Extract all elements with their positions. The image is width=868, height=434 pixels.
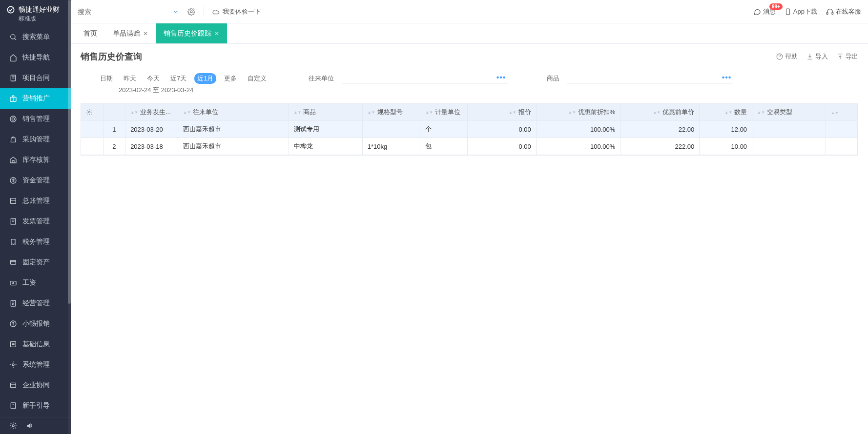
unit-label: 往来单位 xyxy=(309,74,334,83)
sidebar-item-reimburse[interactable]: 小畅报销 xyxy=(0,314,71,334)
col-unitprice[interactable]: ▲▼优惠前单价 xyxy=(620,104,700,121)
sidebar-item-gift[interactable]: 营销推广 xyxy=(0,88,71,109)
chevron-down-icon[interactable] xyxy=(170,6,181,17)
col-product[interactable]: ▲▼商品 xyxy=(289,104,362,121)
biz-icon xyxy=(9,299,18,308)
tab-label: 单品满赠 xyxy=(113,29,140,38)
sidebar: 畅捷通好业财 标准版 搜索菜单快捷导航项目合同营销推广销售管理采购管理库存核算资… xyxy=(0,0,71,434)
row-index: 2 xyxy=(103,138,125,155)
sidebar-item-collab[interactable]: 企业协同 xyxy=(0,375,71,395)
svg-point-29 xyxy=(12,364,14,366)
close-icon[interactable]: ✕ xyxy=(143,30,148,37)
customer-service-button[interactable]: 在线客服 xyxy=(826,7,861,16)
gear-icon[interactable] xyxy=(186,6,197,17)
tab[interactable]: 销售历史价跟踪✕ xyxy=(156,23,227,43)
message-icon xyxy=(753,8,761,16)
sidebar-item-target[interactable]: 销售管理 xyxy=(0,109,71,129)
sidebar-item-ledger[interactable]: 总账管理 xyxy=(0,191,71,211)
system-icon xyxy=(9,360,18,369)
settings-icon[interactable] xyxy=(9,421,18,430)
col-extra[interactable]: ▲▼ xyxy=(826,104,858,121)
unit-more-icon[interactable]: ••• xyxy=(495,73,508,82)
table-header-row: ▲▼业务发生... ▲▼往来单位 ▲▼商品 ▲▼规格型号 ▲▼计量单位 ▲▼报价… xyxy=(81,104,858,121)
sidebar-item-bag[interactable]: 采购管理 xyxy=(0,129,71,150)
date-opt-1month[interactable]: 近1月 xyxy=(194,73,216,84)
experience-button[interactable]: 我要体验一下 xyxy=(211,7,261,16)
collab-icon xyxy=(9,381,18,390)
svg-rect-19 xyxy=(10,281,16,285)
col-spec[interactable]: ▲▼规格型号 xyxy=(362,104,420,121)
sidebar-item-home[interactable]: 快捷导航 xyxy=(0,47,71,68)
sidebar-item-info[interactable]: 基础信息 xyxy=(0,334,71,355)
help-label: 帮助 xyxy=(785,52,798,61)
cell-unitprice: 22.00 xyxy=(620,121,700,138)
import-button[interactable]: 导入 xyxy=(806,52,828,61)
col-type[interactable]: ▲▼交易类型 xyxy=(752,104,826,121)
app-download-button[interactable]: App下载 xyxy=(785,7,817,16)
messages-button[interactable]: 消息 99+ xyxy=(753,7,776,16)
ledger-icon xyxy=(9,197,18,205)
tab[interactable]: 首页 xyxy=(76,23,105,43)
export-button[interactable]: 导出 xyxy=(837,52,858,61)
col-uom[interactable]: ▲▼计量单位 xyxy=(420,104,468,121)
sidebar-item-search[interactable]: 搜索菜单 xyxy=(0,27,71,47)
sidebar-item-tax[interactable]: 税务管理 xyxy=(0,232,71,252)
table-row[interactable]: 12023-03-20西山嘉禾超市测试专用个0.00100.00%22.0012… xyxy=(81,121,858,138)
close-icon[interactable]: ✕ xyxy=(214,30,219,37)
sort-icon: ▲▼ xyxy=(568,111,576,114)
sound-icon[interactable] xyxy=(25,421,34,430)
sort-icon: ▲▼ xyxy=(509,111,517,114)
date-opt-7days[interactable]: 近7天 xyxy=(167,73,189,84)
target-icon xyxy=(9,115,18,123)
row-index: 1 xyxy=(103,121,125,138)
cloud-icon xyxy=(211,7,220,16)
table-settings-header[interactable] xyxy=(81,104,103,121)
col-unit[interactable]: ▲▼往来单位 xyxy=(178,104,289,121)
tab[interactable]: 单品满赠✕ xyxy=(105,23,156,43)
sidebar-item-label: 快捷导航 xyxy=(22,53,50,62)
phone-icon xyxy=(785,8,791,15)
help-button[interactable]: 帮助 xyxy=(776,52,798,61)
sidebar-item-label: 企业协同 xyxy=(22,381,50,390)
svg-rect-35 xyxy=(786,9,789,15)
table-row[interactable]: 22023-03-18西山嘉禾超市中桦龙1*10kg包0.00100.00%22… xyxy=(81,138,858,155)
tabs: 首页单品满赠✕销售历史价跟踪✕ xyxy=(71,23,868,44)
sidebar-item-biz[interactable]: 经营管理 xyxy=(0,293,71,314)
sidebar-item-house[interactable]: 库存核算 xyxy=(0,150,71,170)
sort-icon: ▲▼ xyxy=(831,112,839,114)
date-opt-yesterday[interactable]: 昨天 xyxy=(121,73,139,84)
brand: 畅捷通好业财 xyxy=(0,0,71,17)
col-qty[interactable]: ▲▼数量 xyxy=(700,104,752,121)
sidebar-item-salary[interactable]: 工资 xyxy=(0,273,71,293)
sidebar-item-system[interactable]: 系统管理 xyxy=(0,355,71,375)
unit-filter: 往来单位 ••• xyxy=(309,73,508,83)
doc-icon xyxy=(9,74,18,82)
unit-input[interactable] xyxy=(342,74,494,81)
product-input[interactable] xyxy=(567,74,720,81)
sidebar-item-label: 小畅报销 xyxy=(22,319,50,328)
date-opt-today[interactable]: 今天 xyxy=(144,73,163,84)
col-price[interactable]: ▲▼报价 xyxy=(468,104,536,121)
col-index xyxy=(103,104,125,121)
sidebar-item-doc[interactable]: 项目合同 xyxy=(0,68,71,88)
sidebar-item-money[interactable]: 资金管理 xyxy=(0,170,71,191)
search-input[interactable] xyxy=(78,8,165,16)
date-label: 日期 xyxy=(100,74,113,83)
salary-icon xyxy=(9,278,18,287)
search-icon xyxy=(9,33,18,41)
date-opt-more[interactable]: 更多 xyxy=(221,73,240,84)
sidebar-item-asset[interactable]: 固定资产 xyxy=(0,252,71,273)
product-more-icon[interactable]: ••• xyxy=(720,73,734,82)
sidebar-item-label: 工资 xyxy=(22,278,36,287)
gift-icon xyxy=(9,94,18,103)
col-date[interactable]: ▲▼业务发生... xyxy=(125,104,178,121)
col-discount[interactable]: ▲▼优惠前折扣% xyxy=(536,104,620,121)
date-opt-custom[interactable]: 自定义 xyxy=(245,73,269,84)
sidebar-bottom xyxy=(0,417,71,434)
sidebar-item-guide[interactable]: 新手引导 xyxy=(0,395,71,416)
sidebar-item-invoice[interactable]: 发票管理 xyxy=(0,211,71,232)
sidebar-item-label: 发票管理 xyxy=(22,217,50,226)
import-icon xyxy=(806,53,813,60)
sidebar-scrollbar[interactable] xyxy=(68,0,71,434)
date-filter: 日期 昨天 今天 近7天 近1月 更多 自定义 2023-02-24 至 202… xyxy=(100,73,269,95)
